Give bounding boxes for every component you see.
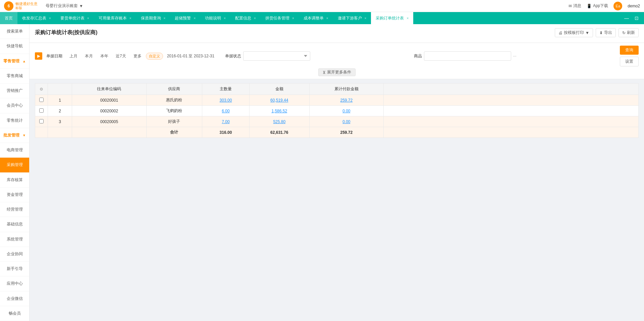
row-checkbox[interactable] (35, 106, 48, 116)
row-amount[interactable]: 60,519.44 (249, 95, 309, 106)
sidebar-item-operations[interactable]: 经营管理 (0, 202, 29, 217)
tab-shoufa[interactable]: 收发存汇总表 × (17, 12, 56, 24)
tab-chaochu[interactable]: 超储预警 × (170, 12, 200, 24)
row-quantity[interactable]: 303.00 (202, 95, 250, 106)
tab-peizhi[interactable]: 配置信息 × (230, 12, 261, 24)
sidebar-item-retail-section[interactable]: 零售管理 ▲ (0, 54, 29, 69)
tab-pinhuo[interactable]: 拼货任务管理 × (261, 12, 299, 24)
row-supplier: 惠氏奶粉 (146, 95, 202, 106)
shortcut-more[interactable]: 更多 (130, 52, 145, 60)
close-icon[interactable]: × (224, 16, 226, 20)
row-checkbox[interactable] (35, 95, 48, 106)
row-no: 2 (48, 106, 72, 116)
tab-gongneng[interactable]: 功能说明 × (200, 12, 230, 24)
settings-button[interactable]: 设置 (620, 57, 639, 66)
sidebar-item-inventory[interactable]: 库存核算 (0, 173, 29, 188)
sidebar-item-newguide[interactable]: 新手引导 (0, 262, 29, 276)
sidebar-item-search[interactable]: 搜索菜单 (0, 24, 29, 39)
tab-yaoqing[interactable]: 邀请下游客户 × (333, 12, 371, 24)
table-area: ⚙ 往来单位编码 供应商 主数量 金额 (30, 79, 644, 321)
main-layout: 搜索菜单 快捷导航 零售管理 ▲ 零售商城 营销推广 会员中心 零售统计 批发管… (0, 24, 644, 321)
sidebar-item-finance[interactable]: 资金管理 (0, 188, 29, 202)
row-quantity[interactable]: 6.00 (202, 106, 250, 116)
row-checkbox[interactable] (35, 116, 48, 127)
shortcut-last-month[interactable]: 上月 (66, 52, 80, 60)
close-icon[interactable]: × (129, 16, 131, 20)
row-amount[interactable]: 525.80 (249, 116, 309, 127)
settings-col-icon[interactable]: ⚙ (40, 87, 43, 92)
expand-more-button[interactable]: ⊻ 展开更多条件 (318, 68, 356, 76)
shortcut-this-month[interactable]: 本月 (82, 52, 96, 60)
maximize-button[interactable]: ⊡ (632, 13, 641, 23)
date-label: 单据日期 (46, 53, 62, 59)
row-paid[interactable]: 0.00 (309, 116, 383, 127)
footer-label: 合计 (146, 127, 202, 138)
avatar[interactable]: Ea (613, 2, 622, 10)
tab-yaohuo[interactable]: 要货单统计表 × (56, 12, 94, 24)
sidebar-item-system[interactable]: 系统管理 (0, 232, 29, 247)
tab-caigou[interactable]: 采购订单统计表 × (371, 12, 413, 24)
close-icon[interactable]: × (292, 16, 294, 20)
page-title-row: 采购订单统计表(按供应商) 🖨 按模板打印 ▼ ⬇ 导出 ↻ 刷新 (35, 28, 639, 37)
row-unit-code: 00020005 (72, 116, 146, 127)
refresh-button[interactable]: ↻ 刷新 (619, 28, 639, 37)
goods-input[interactable] (424, 51, 511, 61)
sidebar-item-quicknav[interactable]: 快捷导航 (0, 39, 29, 54)
table-row: 3 00020005 好孩子 7.00 525.80 0.00 (35, 116, 639, 127)
shortcut-7days[interactable]: 近7天 (113, 52, 129, 60)
close-icon[interactable]: × (87, 16, 89, 20)
footer-amount: 62,631.76 (249, 127, 309, 138)
sidebar-item-vip[interactable]: 畅会员 (0, 306, 29, 321)
page-header: 采购订单统计表(按供应商) 🖨 按模板打印 ▼ ⬇ 导出 ↻ 刷新 (30, 24, 644, 43)
app-download-button[interactable]: 📱 App下载 (587, 3, 608, 9)
col-paid: 累计付款金额 (309, 84, 383, 95)
sidebar-item-appcenter[interactable]: 应用中心 (0, 276, 29, 291)
workspace-selector[interactable]: 母婴行业演示账套 ▼ (46, 3, 83, 9)
row-paid[interactable]: 0.00 (309, 106, 383, 116)
message-button[interactable]: ✉ 消息 (569, 3, 581, 9)
sidebar-item-member[interactable]: 会员中心 (0, 98, 29, 113)
tab-chengben[interactable]: 成本调整单 × (299, 12, 333, 24)
close-icon[interactable]: × (326, 16, 328, 20)
export-button[interactable]: ⬇ 导出 (596, 28, 616, 37)
close-icon[interactable]: × (365, 16, 367, 20)
sidebar-item-enterprise[interactable]: 企业协同 (0, 247, 29, 262)
content-area: 采购订单统计表(按供应商) 🖨 按模板打印 ▼ ⬇ 导出 ↻ 刷新 (30, 24, 644, 321)
status-select[interactable] (243, 51, 310, 61)
sidebar-item-retail-stats[interactable]: 零售统计 (0, 113, 29, 128)
close-icon[interactable]: × (254, 16, 256, 20)
sidebar-item-corpwechat[interactable]: 企业微信 (0, 291, 29, 306)
query-button[interactable]: 查询 (620, 46, 639, 55)
sidebar-item-basic[interactable]: 基础信息 (0, 217, 29, 232)
sidebar-item-retail-shop[interactable]: 零售商城 (0, 69, 29, 84)
close-icon[interactable]: × (164, 16, 166, 20)
tab-baozhi[interactable]: 保质期查询 × (136, 12, 170, 24)
shortcut-custom[interactable]: 自定义 (146, 53, 163, 60)
refresh-icon: ↻ (622, 31, 626, 35)
chevron-down-icon: ▼ (22, 133, 26, 137)
template-print-button[interactable]: 🖨 按模板打印 ▼ (555, 28, 593, 37)
shortcut-this-year[interactable]: 本年 (97, 52, 111, 60)
col-supplier: 供应商 (146, 84, 202, 95)
table-footer-row: 合计 316.00 62,631.76 259.72 (35, 127, 639, 138)
close-icon[interactable]: × (49, 16, 51, 20)
close-icon[interactable]: × (407, 16, 409, 20)
footer-quantity: 316.00 (202, 127, 250, 138)
tab-home[interactable]: 首页 (0, 12, 17, 24)
more-options-icon[interactable]: ··· (513, 54, 517, 58)
minimize-button[interactable]: — (622, 13, 631, 23)
row-amount[interactable]: 1,586.52 (249, 106, 309, 116)
sidebar-item-purchase[interactable]: 采购管理 (0, 158, 29, 172)
table-header-row: ⚙ 往来单位编码 供应商 主数量 金额 (35, 84, 639, 95)
close-icon[interactable]: × (194, 16, 196, 20)
row-paid[interactable]: 259.72 (309, 95, 383, 106)
sidebar-item-wholesale-section[interactable]: 批发管理 ▼ (0, 128, 29, 143)
header-actions: 🖨 按模板打印 ▼ ⬇ 导出 ↻ 刷新 (555, 28, 639, 37)
row-quantity[interactable]: 7.00 (202, 116, 250, 127)
top-bar-right: ✉ 消息 📱 App下载 Ea demo2 (569, 2, 640, 10)
nav-tabs: 首页 收发存汇总表 × 要货单统计表 × 可用量库存账本 × 保质期查询 × 超… (0, 12, 644, 24)
sidebar-item-marketing[interactable]: 营销推广 (0, 84, 29, 98)
filter-toggle-button[interactable]: ▶ (35, 52, 42, 60)
sidebar-item-ecommerce[interactable]: 电商管理 (0, 143, 29, 158)
tab-keyong[interactable]: 可用量库存账本 × (94, 12, 136, 24)
